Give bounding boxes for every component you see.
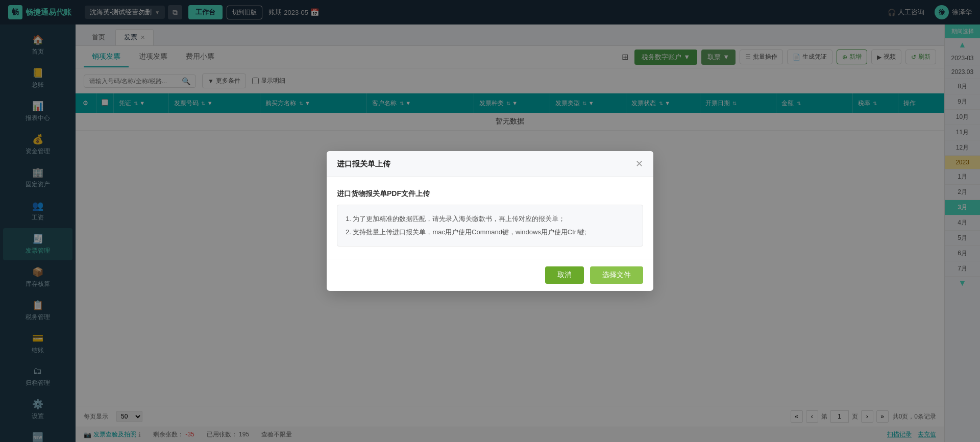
import-dialog: 进口报关单上传 ✕ 进口货物报关单PDF文件上传 1. 为了更加精准的数据匹配，…	[327, 151, 653, 291]
dialog-footer: 取消 选择文件	[327, 259, 653, 291]
dialog-overlay: 进口报关单上传 ✕ 进口货物报关单PDF文件上传 1. 为了更加精准的数据匹配，…	[0, 0, 980, 442]
dialog-header: 进口报关单上传 ✕	[327, 151, 653, 177]
dialog-section-title: 进口货物报关单PDF文件上传	[337, 189, 643, 199]
dialog-info-line-2: 2. 支持批量上传进口报关单，mac用户使用Command键，windows用户…	[346, 226, 634, 239]
dialog-close-button[interactable]: ✕	[635, 158, 643, 169]
dialog-select-file-button[interactable]: 选择文件	[590, 266, 643, 284]
dialog-info-box: 1. 为了更加精准的数据匹配，请先录入海关缴款书，再上传对应的报关单； 2. 支…	[337, 205, 643, 247]
dialog-info-line-1: 1. 为了更加精准的数据匹配，请先录入海关缴款书，再上传对应的报关单；	[346, 212, 634, 226]
dialog-body: 进口货物报关单PDF文件上传 1. 为了更加精准的数据匹配，请先录入海关缴款书，…	[327, 177, 653, 259]
dialog-title: 进口报关单上传	[337, 159, 390, 169]
dialog-cancel-button[interactable]: 取消	[545, 266, 584, 284]
